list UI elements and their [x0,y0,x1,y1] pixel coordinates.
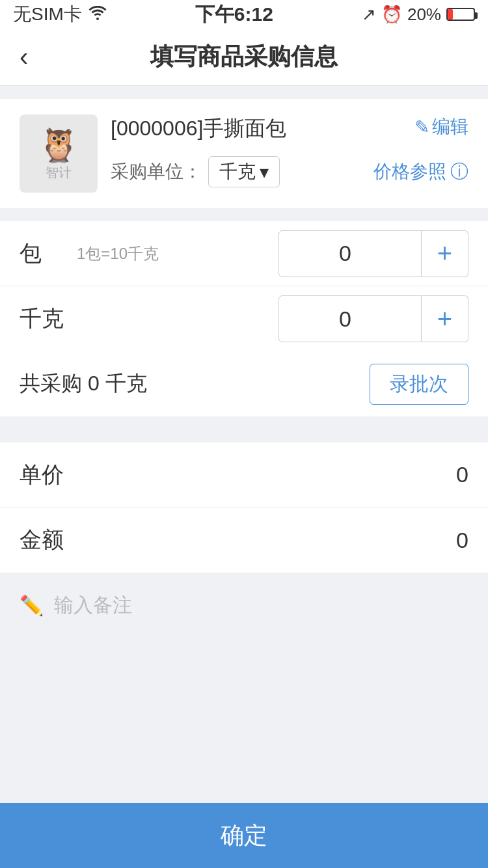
bag-quantity-row: 包 1包=10千克 + [0,221,488,286]
alarm-icon: ⏰ [381,5,402,25]
battery-icon [446,8,475,21]
kg-label: 千克 [20,304,72,334]
confirm-button[interactable]: 确定 [0,803,488,868]
bag-input-control: + [278,230,468,277]
dropdown-arrow-icon: ▾ [260,161,269,183]
unit-price-value: 0 [456,462,468,487]
section-divider-1 [0,208,488,221]
bag-quantity-input[interactable] [278,230,422,277]
amount-label: 金额 [20,525,64,555]
unit-value: 千克 [219,159,256,184]
price-ref-button[interactable]: 价格参照 ⓘ [373,159,468,184]
carrier-text: 无SIM卡 [13,2,82,27]
product-image: 🦉 智计 [20,115,98,193]
kg-plus-button[interactable]: + [422,295,468,342]
purchase-unit-row: 采购单位： 千克 ▾ 价格参照 ⓘ [111,156,468,187]
product-logo-icon: 🦉 [38,126,79,164]
back-button[interactable]: ‹ [20,42,28,72]
price-ref-label: 价格参照 [373,159,446,184]
location-icon: ↗ [362,5,376,25]
note-pencil-icon: ✏️ [20,594,44,617]
product-name-row: [0000006]手撕面包 ✎ 编辑 [111,115,468,143]
purchase-unit-left: 采购单位： 千克 ▾ [111,156,280,187]
battery-pct: 20% [407,5,441,25]
unit-price-row: 单价 0 [0,442,488,508]
price-ref-help-icon: ⓘ [450,159,468,184]
bag-sublabel: 1包=10千克 [77,243,278,264]
summary-text: 共采购 0 千克 [20,370,147,398]
wifi-icon [88,4,107,25]
amount-value: 0 [456,528,468,553]
status-left: 无SIM卡 [13,2,107,27]
nav-bar: ‹ 填写商品采购信息 [0,29,488,86]
status-bar: 无SIM卡 下午6:12 ↗ ⏰ 20% [0,0,488,29]
amount-row: 金额 0 [0,508,488,573]
price-section: 单价 0 金额 0 [0,442,488,573]
product-card: 🦉 智计 [0000006]手撕面包 ✎ 编辑 采购单位： 千克 ▾ 价格参照 … [0,99,488,208]
note-section[interactable]: ✏️ 输入备注 [0,573,488,638]
bag-label: 包 [20,239,72,269]
summary-row: 共采购 0 千克 录批次 [0,351,488,416]
unit-price-label: 单价 [20,460,64,490]
bag-plus-button[interactable]: + [422,230,468,277]
quantity-section: 包 1包=10千克 + 千克 + [0,221,488,351]
kg-quantity-input[interactable] [278,295,422,342]
status-right: ↗ ⏰ 20% [362,5,475,25]
kg-input-control: + [278,295,468,342]
product-info: [0000006]手撕面包 ✎ 编辑 采购单位： 千克 ▾ 价格参照 ⓘ [111,115,468,187]
batch-button[interactable]: 录批次 [370,364,468,405]
edit-button[interactable]: ✎ 编辑 [414,115,468,139]
edit-label: 编辑 [432,115,468,139]
purchase-unit-label: 采购单位： [111,159,202,184]
status-time: 下午6:12 [195,1,273,28]
edit-icon: ✎ [414,116,429,138]
note-placeholder: 输入备注 [54,592,132,619]
product-logo-text: 智计 [46,164,72,182]
section-divider-2 [0,416,488,429]
product-name: [0000006]手撕面包 [111,115,286,143]
page-title: 填写商品采购信息 [150,41,338,73]
kg-quantity-row: 千克 + [0,286,488,351]
unit-dropdown[interactable]: 千克 ▾ [208,156,280,187]
